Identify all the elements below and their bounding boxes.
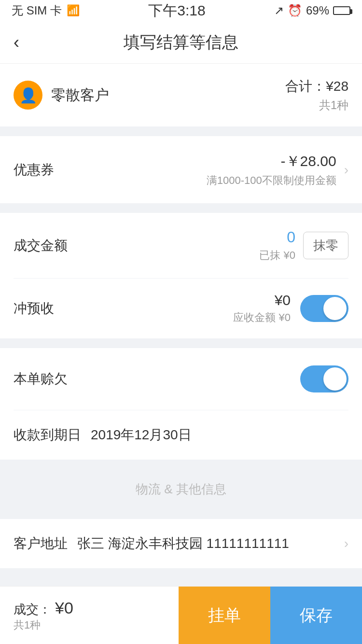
status-left: 无 SIM 卡 📶 [12, 3, 80, 18]
footer-deal-label: 成交： [14, 601, 51, 618]
back-button[interactable]: ‹ [14, 32, 19, 53]
coupon-sub: 满1000-100不限制使用金额 [207, 173, 336, 188]
status-time: 下午3:18 [148, 1, 205, 21]
footer-deal-amount: ¥0 [55, 599, 73, 617]
customer-left: 👤 零散客户 [14, 81, 109, 110]
divider-2 [0, 203, 362, 213]
address-section: 客户地址 张三 海淀永丰科技园 11111111111 › [0, 519, 362, 568]
debt-row: 本单赊欠 [14, 348, 348, 410]
due-date-value: 2019年12月30日 [91, 426, 192, 444]
divider-1 [0, 126, 362, 136]
coupon-amount: -￥28.00 [207, 152, 336, 171]
coupon-right: -￥28.00 满1000-100不限制使用金额 › [207, 152, 348, 188]
customer-section: 👤 零散客户 合计：¥28 共1种 [0, 64, 362, 126]
transaction-section: 成交金额 已抹 ¥0 抹零 冲预收 ¥0 应收金额 ¥0 [0, 213, 362, 338]
advance-label: 冲预收 [14, 299, 54, 318]
advance-right: ¥0 应收金额 ¥0 [233, 292, 348, 325]
customer-total: 合计：¥28 共1种 [285, 77, 348, 113]
logistics-section: 物流 & 其他信息 [0, 469, 362, 509]
status-right: ↗ ⏰ 69% [274, 4, 350, 17]
save-button[interactable]: 保存 [270, 587, 362, 644]
nav-bar: ‹ 填写结算等信息 [0, 21, 362, 64]
footer-info: 成交： ¥0 共1种 [0, 599, 179, 632]
transaction-right: 已抹 ¥0 抹零 [257, 228, 348, 263]
round-off-button[interactable]: 抹零 [303, 232, 348, 259]
due-date-row: 收款到期日 2019年12月30日 [14, 410, 348, 460]
status-bar: 无 SIM 卡 📶 下午3:18 ↗ ⏰ 69% [0, 0, 362, 21]
transaction-label: 成交金额 [14, 237, 68, 255]
address-row[interactable]: 客户地址 张三 海淀永丰科技园 11111111111 › [14, 519, 348, 568]
advance-sub-amount: 应收金额 ¥0 [233, 310, 291, 325]
battery-icon [333, 6, 350, 15]
total-count: 共1种 [285, 98, 348, 113]
advance-amounts: ¥0 应收金额 ¥0 [233, 292, 291, 325]
customer-name: 零散客户 [51, 85, 109, 105]
address-value: 张三 海淀永丰科技园 11111111111 [77, 534, 334, 553]
transaction-input[interactable] [257, 228, 295, 246]
divider-3 [0, 338, 362, 348]
coupon-chevron-icon: › [344, 162, 348, 178]
coupon-value-block: -￥28.00 满1000-100不限制使用金额 [207, 152, 336, 188]
wifi-icon: 📶 [67, 4, 80, 17]
location-icon: ↗ [274, 4, 284, 17]
customer-row: 👤 零散客户 合计：¥28 共1种 [14, 64, 348, 126]
transaction-row: 成交金额 已抹 ¥0 抹零 [14, 213, 348, 279]
advance-row: 冲预收 ¥0 应收金额 ¥0 [14, 279, 348, 338]
debt-section: 本单赊欠 收款到期日 2019年12月30日 [0, 348, 362, 460]
debt-toggle[interactable] [300, 365, 348, 392]
alarm-icon: ⏰ [288, 4, 302, 17]
coupon-row[interactable]: 优惠券 -￥28.00 满1000-100不限制使用金额 › [14, 136, 348, 203]
footer-deal-row: 成交： ¥0 [14, 599, 179, 618]
address-chevron-icon: › [344, 536, 348, 551]
already-rounded-text: 已抹 ¥0 [257, 248, 295, 263]
page-title: 填写结算等信息 [124, 31, 238, 54]
pending-button[interactable]: 挂单 [179, 587, 270, 644]
logistics-label: 物流 & 其他信息 [136, 482, 226, 496]
total-amount: 合计：¥28 [285, 77, 348, 96]
carrier-text: 无 SIM 卡 [12, 3, 62, 18]
due-date-label: 收款到期日 [14, 426, 81, 444]
avatar-icon: 👤 [19, 87, 37, 104]
advance-toggle[interactable] [300, 295, 348, 322]
transaction-value-block: 已抹 ¥0 [257, 228, 295, 263]
coupon-label: 优惠券 [14, 161, 54, 179]
address-label: 客户地址 [14, 534, 68, 553]
debt-label: 本单赊欠 [14, 370, 68, 388]
battery-text: 69% [306, 4, 329, 17]
divider-4 [0, 460, 362, 469]
customer-avatar: 👤 [14, 81, 42, 110]
footer-count: 共1种 [14, 618, 179, 632]
advance-main-amount: ¥0 [233, 292, 291, 308]
toggle-knob [323, 297, 347, 320]
divider-5 [0, 509, 362, 519]
debt-toggle-knob [323, 367, 347, 391]
coupon-section: 优惠券 -￥28.00 满1000-100不限制使用金额 › [0, 136, 362, 203]
footer: 成交： ¥0 共1种 挂单 保存 [0, 586, 362, 644]
